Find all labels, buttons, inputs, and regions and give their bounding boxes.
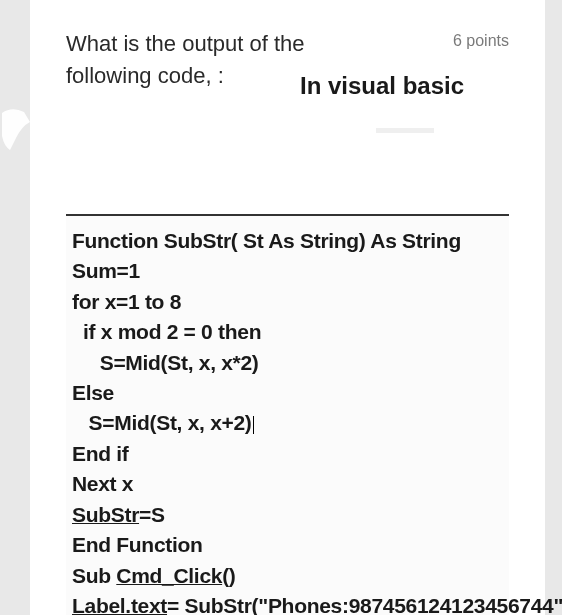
question-line-2: following code, :	[66, 63, 224, 88]
text-cursor	[253, 416, 254, 434]
code-line: Else	[72, 378, 503, 408]
code-line: S=Mid(St, x, x*2)	[72, 348, 503, 378]
code-line: for x=1 to 8	[72, 287, 503, 317]
code-line: Sub Cmd_Click()	[72, 561, 503, 591]
points-label: 6 points	[453, 32, 509, 50]
code-line: S=Mid(St, x, x+2)	[72, 408, 503, 438]
code-line: End if	[72, 439, 503, 469]
code-line: SubStr=S	[72, 500, 503, 530]
code-line: Label.text= SubStr("Phones:9874561241234…	[72, 591, 503, 615]
decorative-rect	[376, 128, 434, 133]
code-line: if x mod 2 = 0 then	[72, 317, 503, 347]
language-label: In visual basic	[300, 72, 464, 100]
code-line: Next x	[72, 469, 503, 499]
code-line: Sum=1	[72, 256, 503, 286]
question-card: What is the output of the following code…	[30, 0, 545, 615]
code-block: Function SubStr( St As String) As String…	[66, 214, 509, 615]
question-prompt: What is the output of the following code…	[66, 28, 304, 92]
question-line-1: What is the output of the	[66, 31, 304, 56]
code-line: End Function	[72, 530, 503, 560]
code-line: Function SubStr( St As String) As String	[72, 226, 503, 256]
